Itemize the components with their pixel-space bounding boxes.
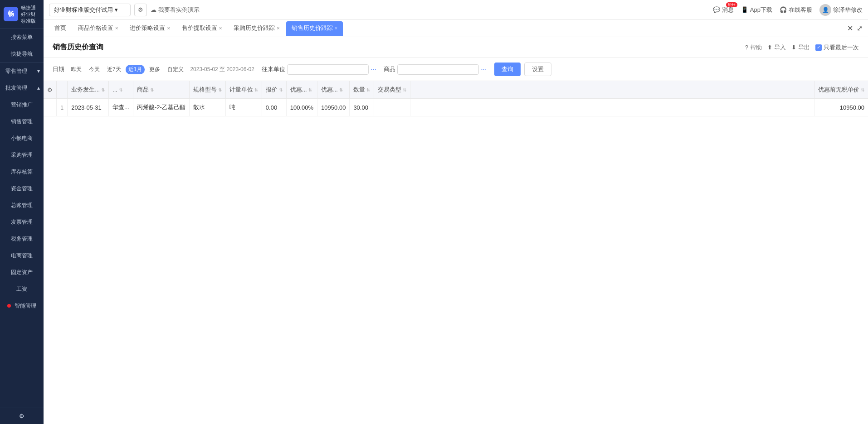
sidebar-item-invoice[interactable]: 发票管理 bbox=[0, 214, 44, 231]
sidebar-item-finance[interactable]: 资金管理 bbox=[0, 180, 44, 197]
sidebar-settings-icon[interactable]: ⚙ bbox=[0, 408, 44, 424]
date-option-today[interactable]: 今天 bbox=[86, 65, 102, 74]
headset-icon: 🎧 bbox=[780, 6, 787, 13]
message-icon: 💬 bbox=[713, 6, 720, 13]
sidebar-item-retail[interactable]: 零售管理▾ bbox=[0, 63, 44, 80]
cell-txn-type bbox=[374, 99, 410, 116]
cell-more: 华查... bbox=[109, 99, 133, 116]
sidebar-item-ecommerce-small[interactable]: 小畅电商 bbox=[0, 130, 44, 147]
sidebar-item-marketing[interactable]: 营销推广 bbox=[0, 96, 44, 113]
cell-gear bbox=[44, 99, 57, 116]
product-input[interactable] bbox=[397, 64, 479, 75]
sidebar-item-ecommerce[interactable]: 电商管理 bbox=[0, 247, 44, 264]
table-body: 1 2023-05-31 华查... 丙烯酸-2-乙基己酯 散水 吨 0.00 … bbox=[44, 99, 868, 116]
tab-close-purchase-strategy[interactable]: × bbox=[167, 25, 170, 31]
th-unit[interactable]: 计量单位⇅ bbox=[225, 81, 262, 99]
date-option-yesterday[interactable]: 昨天 bbox=[68, 65, 84, 74]
date-option-more[interactable]: 更多 bbox=[146, 65, 163, 74]
search-menu-item[interactable]: 搜索菜单 bbox=[0, 29, 44, 46]
th-more[interactable]: ...⇅ bbox=[109, 81, 133, 99]
tab-close-purchase-history[interactable]: × bbox=[277, 25, 279, 31]
messages-button[interactable]: 💬 消息 99+ bbox=[713, 6, 734, 14]
data-table: ⚙ 业务发生...⇅ ...⇅ 商品⇅ 规格型号⇅ 计量单位⇅ 报价⇅ 优惠..… bbox=[44, 81, 868, 116]
export-icon: ⬇ bbox=[791, 44, 796, 51]
product-filter-group: 商品 ··· bbox=[384, 64, 487, 75]
app-download-button[interactable]: 📱 App下载 bbox=[741, 6, 772, 14]
date-filter-group: 日期 昨天 今天 近7天 近1月 更多 自定义 2023-05-02 至 202… bbox=[53, 65, 254, 74]
help-link[interactable]: ? 帮助 bbox=[745, 43, 762, 52]
question-icon: ? bbox=[745, 44, 748, 51]
sidebar-item-salary[interactable]: 工资 bbox=[0, 281, 44, 298]
demo-link[interactable]: ☁ 我要看实例演示 bbox=[151, 6, 200, 14]
date-option-7days[interactable]: 近7天 bbox=[104, 65, 124, 74]
th-discount-pct[interactable]: 优惠...⇅ bbox=[286, 81, 317, 99]
tab-home[interactable]: 首页 bbox=[49, 21, 72, 36]
table-row: 1 2023-05-31 华查... 丙烯酸-2-乙基己酯 散水 吨 0.00 … bbox=[44, 99, 868, 116]
date-label: 日期 bbox=[53, 65, 64, 73]
tab-sale-history[interactable]: 销售历史价跟踪 × bbox=[286, 21, 343, 36]
page-header: 销售历史价查询 ? 帮助 ⬆ 导入 ⬇ 导出 ✓ 只看最后一次 bbox=[44, 37, 868, 58]
tab-purchase-strategy[interactable]: 进价策略设置 × bbox=[124, 21, 175, 36]
settings-button[interactable]: 设置 bbox=[524, 63, 551, 76]
sidebar-item-smart[interactable]: 智能管理 bbox=[0, 298, 44, 314]
sidebar-item-inventory[interactable]: 库存核算 bbox=[0, 164, 44, 180]
th-txn-type[interactable]: 交易类型⇅ bbox=[374, 81, 410, 99]
sidebar-item-tax[interactable]: 税务管理 bbox=[0, 231, 44, 247]
version-selector[interactable]: 好业财标准版交付试用 ▾ bbox=[49, 4, 131, 16]
quick-nav-item[interactable]: 快捷导航 bbox=[0, 46, 44, 63]
th-qty[interactable]: 数量⇅ bbox=[350, 81, 374, 99]
cell-unit: 吨 bbox=[225, 99, 262, 116]
window-close-button[interactable]: ✕ bbox=[847, 24, 853, 33]
cell-qty: 30.00 bbox=[350, 99, 374, 116]
source-unit-input[interactable] bbox=[287, 64, 369, 75]
th-gear[interactable]: ⚙ bbox=[44, 81, 57, 99]
export-link[interactable]: ⬇ 导出 bbox=[791, 43, 810, 52]
online-service-button[interactable]: 🎧 在线客服 bbox=[780, 6, 812, 14]
th-pretax-price[interactable]: 优惠前无税单价⇅ bbox=[814, 81, 868, 99]
cell-discount-amt: 10950.00 bbox=[317, 99, 350, 116]
user-menu-button[interactable]: 👤 徐泽华修改 bbox=[819, 4, 863, 16]
th-discount-amt[interactable]: 优惠...⇅ bbox=[317, 81, 350, 99]
source-unit-dots[interactable]: ··· bbox=[371, 65, 376, 73]
tab-sale-extract[interactable]: 售价提取设置 × bbox=[176, 21, 227, 36]
sidebar-sections: 零售管理▾ 批发管理▴ 营销推广 销售管理 小畅电商 采购管理 库存核算 资金管… bbox=[0, 63, 44, 314]
cell-discount-pct: 100.00% bbox=[286, 99, 317, 116]
page-title: 销售历史价查询 bbox=[53, 43, 103, 52]
smart-dot-icon bbox=[7, 304, 11, 308]
tab-close-sale-history[interactable]: × bbox=[335, 25, 337, 31]
date-option-1month[interactable]: 近1月 bbox=[126, 65, 145, 74]
query-button[interactable]: 查询 bbox=[494, 63, 521, 76]
tab-purchase-history[interactable]: 采购历史价跟踪 × bbox=[228, 21, 285, 36]
tab-close-sale-extract[interactable]: × bbox=[219, 25, 222, 31]
th-biz-date[interactable]: 业务发生...⇅ bbox=[68, 81, 109, 99]
sidebar-item-fixed-assets[interactable]: 固定资产 bbox=[0, 264, 44, 281]
date-range-display: 2023-05-02 至 2023-06-02 bbox=[190, 66, 254, 73]
cell-price: 0.00 bbox=[262, 99, 286, 116]
tabbar: 首页 商品价格设置 × 进价策略设置 × 售价提取设置 × 采购历史价跟踪 × … bbox=[44, 20, 868, 37]
page-header-actions: ? 帮助 ⬆ 导入 ⬇ 导出 ✓ 只看最后一次 bbox=[745, 43, 859, 52]
th-spec[interactable]: 规格型号⇅ bbox=[189, 81, 225, 99]
import-link[interactable]: ⬆ 导入 bbox=[767, 43, 786, 52]
date-options: 昨天 今天 近7天 近1月 更多 自定义 bbox=[68, 65, 186, 74]
cell-pretax-price: 10950.00 bbox=[814, 99, 868, 116]
filter-bar: 日期 昨天 今天 近7天 近1月 更多 自定义 2023-05-02 至 202… bbox=[44, 58, 868, 81]
sidebar-logo: 畅 畅捷通好业财 标准版 bbox=[0, 0, 44, 29]
sidebar-item-purchase[interactable]: 采购管理 bbox=[0, 147, 44, 164]
product-dots[interactable]: ··· bbox=[481, 65, 487, 73]
tab-close-price-setting[interactable]: × bbox=[115, 25, 118, 31]
last-only-checkbox[interactable]: ✓ 只看最后一次 bbox=[815, 43, 859, 52]
chevron-down-icon: ▾ bbox=[115, 6, 118, 13]
table-wrapper: ⚙ 业务发生...⇅ ...⇅ 商品⇅ 规格型号⇅ 计量单位⇅ 报价⇅ 优惠..… bbox=[44, 81, 868, 424]
sidebar-item-ledger[interactable]: 总账管理 bbox=[0, 197, 44, 214]
window-maximize-button[interactable]: ⤢ bbox=[857, 24, 863, 33]
mobile-icon: 📱 bbox=[741, 6, 748, 13]
th-spacer bbox=[410, 81, 814, 99]
topbar-settings-button[interactable]: ⚙ bbox=[134, 4, 147, 16]
sidebar-item-sales[interactable]: 销售管理 bbox=[0, 113, 44, 130]
sidebar-item-wholesale[interactable]: 批发管理▴ bbox=[0, 80, 44, 96]
tab-price-setting[interactable]: 商品价格设置 × bbox=[73, 21, 123, 36]
th-price[interactable]: 报价⇅ bbox=[262, 81, 286, 99]
th-product[interactable]: 商品⇅ bbox=[133, 81, 189, 99]
checkbox-checked-icon: ✓ bbox=[815, 44, 822, 51]
date-option-custom[interactable]: 自定义 bbox=[165, 65, 186, 74]
